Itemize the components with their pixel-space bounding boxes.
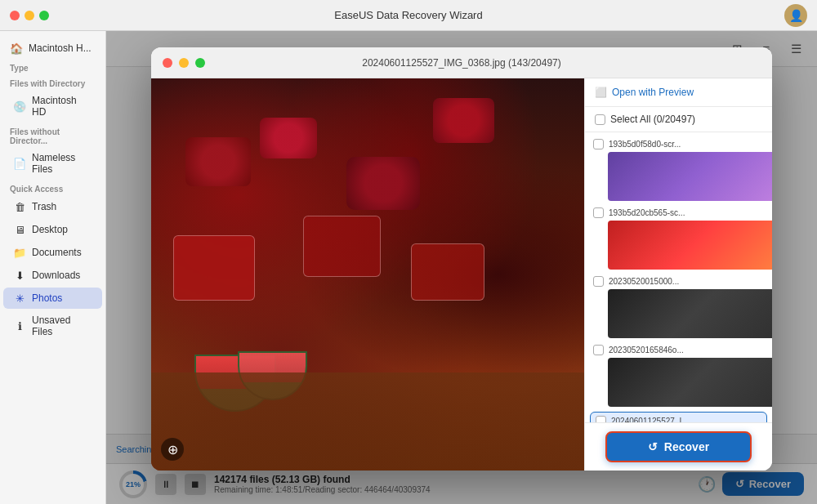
recover-button[interactable]: ↺ Recover [605,431,752,462]
right-panel-header: ⬜ Open with Preview [585,78,772,107]
window-controls [10,11,49,20]
file-checkbox[interactable] [593,345,604,355]
file-checkbox[interactable] [593,276,604,287]
open-preview-label: Open with Preview [612,87,694,98]
file-list: 193b5d0f58d0-scr... 193b5d20cb565-sc... [585,132,772,422]
file-item-row: 193b5d20cb565-sc... [593,207,764,218]
file-thumbnail [608,289,772,338]
file-name: 193b5d20cb565-sc... [609,208,685,217]
file-checkbox[interactable] [593,207,604,218]
sidebar: 🏠 Macintosh H... Type Files with Directo… [0,31,106,504]
list-item[interactable]: 193b5d0f58d0-scr... [585,136,772,204]
modal-close-dot[interactable] [163,58,172,68]
sidebar-label-trash: Trash [32,201,56,212]
modal-titlebar: 20240601125527_IMG_0368.jpg (143/20497) [151,47,772,78]
sidebar-item-trash[interactable]: 🗑 Trash [3,196,102,217]
right-panel-controls: Select All (0/20497) [585,107,772,132]
file-name: 20230520165846o... [609,346,684,355]
file-name: 20240601125527_I... [611,417,689,422]
sidebar-item-downloads[interactable]: ⬇ Downloads [3,265,102,286]
section-quick-access-label: Quick Access [0,180,105,195]
sidebar-item-macintosh-hd[interactable]: 💿 Macintosh HD [3,91,102,122]
preview-image [151,78,584,471]
sidebar-label-desktop: Desktop [32,224,68,235]
section-files-without-dir-label: Files without Director... [0,123,105,147]
file-item-row: 20240601125527_I... [596,416,761,422]
file-checkbox[interactable] [593,139,604,149]
select-all-checkbox[interactable] [595,114,605,125]
file-name: 193b5d0f58d0-scr... [609,140,681,149]
sidebar-label-nameless: Nameless Files [32,152,92,175]
modal-overlay: 20240601125527_IMG_0368.jpg (143/20497) [106,31,817,504]
file-item-row: 193b5d0f58d0-scr... [593,139,764,149]
recover-icon: ↺ [648,440,658,453]
sidebar-label-macintosh-hd: Macintosh HD [32,95,92,118]
nameless-icon: 📄 [13,157,26,170]
drive-icon: 💿 [13,100,26,113]
preview-modal: 20240601125527_IMG_0368.jpg (143/20497) [151,47,772,471]
modal-footer: ↺ Recover [585,422,772,471]
section-type-label: Type [0,59,105,74]
list-item[interactable]: 20230520015000... [585,273,772,341]
right-panel: ⬜ Open with Preview Select All (0/20497) [584,78,772,471]
minimize-button[interactable] [25,11,34,20]
documents-icon: 📁 [13,246,26,259]
photos-icon: ✳ [13,292,26,305]
sidebar-home[interactable]: 🏠 Macintosh H... [0,38,105,59]
user-avatar: 👤 [784,4,807,27]
file-item-row: 20230520165846o... [593,345,764,355]
file-checkbox[interactable] [596,416,606,422]
sidebar-label-documents: Documents [32,247,82,258]
sidebar-item-documents[interactable]: 📁 Documents [3,242,102,263]
file-thumbnail [608,152,772,201]
close-button[interactable] [10,11,20,20]
list-item[interactable]: 20230520165846o... [585,341,772,410]
downloads-icon: ⬇ [13,269,26,282]
list-item[interactable]: 20240601125527_I... [590,412,767,422]
modal-maximize-dot[interactable] [195,58,205,68]
modal-minimize-dot[interactable] [179,58,189,68]
sidebar-drive-label: Macintosh H... [29,42,92,54]
section-files-with-dir-label: Files with Directory [0,74,105,90]
sidebar-item-desktop[interactable]: 🖥 Desktop [3,219,102,240]
app-title: EaseUS Data Recovery Wizard [334,9,482,21]
file-item-row: 20230520015000... [593,276,764,287]
file-thumbnail [608,221,772,270]
sidebar-label-photos: Photos [32,292,62,304]
preview-box-icon: ⬜ [595,87,607,98]
select-all-label: Select All (0/20497) [610,114,695,125]
content-area: ⊞ ≡ ☰ Searching:...\Firmware\018-66258-0… [106,31,817,504]
image-preview-area: ⊕ [151,78,584,471]
file-name: 20230520015000... [609,277,679,286]
select-all-row: Select All (0/20497) [595,114,762,125]
sidebar-label-unsaved: Unsaved Files [32,314,92,337]
home-icon: 🏠 [10,42,23,55]
modal-body: ⊕ ⬜ Open with Preview [151,78,772,471]
app-titlebar: EaseUS Data Recovery Wizard 👤 [0,0,817,31]
trash-icon: 🗑 [13,200,26,213]
file-thumbnail [608,358,772,407]
sidebar-item-unsaved-files[interactable]: ℹ Unsaved Files [3,310,102,341]
sidebar-label-downloads: Downloads [32,270,80,281]
recover-label: Recover [664,440,709,453]
zoom-button[interactable]: ⊕ [161,438,184,461]
open-with-preview-button[interactable]: ⬜ Open with Preview [595,87,694,98]
maximize-button[interactable] [39,11,49,20]
modal-title: 20240601125527_IMG_0368.jpg (143/20497) [362,57,561,69]
sidebar-item-nameless-files[interactable]: 📄 Nameless Files [3,148,102,179]
sidebar-item-photos[interactable]: ✳ Photos [3,288,102,309]
desktop-icon: 🖥 [13,223,26,236]
main-layout: 🏠 Macintosh H... Type Files with Directo… [0,31,817,504]
list-item[interactable]: 193b5d20cb565-sc... [585,204,772,273]
unsaved-icon: ℹ [13,319,26,332]
